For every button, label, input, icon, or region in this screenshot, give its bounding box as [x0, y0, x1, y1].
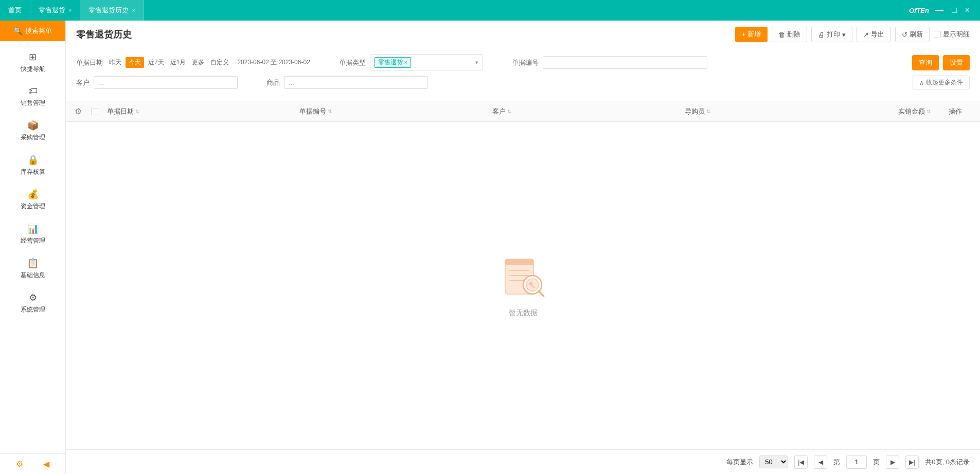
display-detail-label: 显示明细	[943, 30, 970, 39]
filter-customer-ellipsis: ...	[98, 79, 104, 86]
page-title: 零售退货历史	[76, 28, 132, 41]
filter-doctype-item: 单据类型 零售退货 × ▾	[339, 54, 483, 70]
total-info: 共0页, 0条记录	[925, 458, 970, 467]
sidebar-item-system[interactable]: ⚙ 系统管理	[0, 286, 65, 320]
svg-line-7	[539, 291, 544, 296]
next-page-btn[interactable]: ▶	[886, 455, 899, 469]
th-customer: 客户 ⇅	[488, 107, 681, 116]
top-bar: 首页 零售退货 × 零售退货历史 × OfTEn — □ ×	[0, 0, 980, 21]
sidebar-item-inventory[interactable]: 🔒 库存核算	[0, 148, 65, 183]
tab-retail-return-label: 零售退货	[39, 6, 65, 15]
th-guide: 导购员 ⇅	[681, 107, 873, 116]
sidebar-item-inventory-label: 库存核算	[21, 168, 45, 176]
sidebar-item-purchase-mgmt[interactable]: 📦 采购管理	[0, 114, 65, 148]
filter-doctype-tag-label: 零售退货	[378, 58, 403, 67]
export-button[interactable]: ↗ 导出	[857, 27, 891, 42]
display-detail-checkbox[interactable]: 显示明细	[934, 30, 970, 39]
sidebar-item-basic-info[interactable]: 📋 基础信息	[0, 251, 65, 286]
th-checkbox[interactable]	[86, 108, 103, 115]
collapse-btn-container: ∧ 收起更多条件	[913, 76, 970, 89]
first-page-btn[interactable]: |◀	[794, 455, 808, 469]
add-button[interactable]: + 新增	[735, 27, 768, 42]
date-opt-more[interactable]: 更多	[190, 57, 206, 68]
window-minimize-btn[interactable]: —	[933, 6, 946, 15]
filter-doctype-tag-close[interactable]: ×	[404, 60, 407, 65]
filter-doctype-label: 单据类型	[339, 58, 366, 67]
th-customer-sort[interactable]: ⇅	[507, 108, 511, 114]
sidebar: 🔍 搜索菜单 ⊞ 快捷导航 🏷 销售管理 📦 采购管理 🔒 库存核算 💰	[0, 21, 66, 474]
sidebar-items: ⊞ 快捷导航 🏷 销售管理 📦 采购管理 🔒 库存核算 💰 资金管理 📊	[0, 41, 65, 453]
delete-icon: 🗑	[778, 31, 785, 39]
purchase-icon: 📦	[27, 120, 39, 131]
filter-area: 单据日期 昨天 今天 近7天 近1月 更多 自定义 2023-06-02 至 2…	[76, 48, 970, 101]
th-guide-sort[interactable]: ⇅	[706, 108, 710, 114]
sidebar-item-operations[interactable]: 📊 经营管理	[0, 217, 65, 251]
sidebar-collapse-icon[interactable]: ◀	[43, 459, 49, 469]
filter-goods-item: 商品 ...	[266, 76, 428, 89]
page-unit-label: 页	[873, 458, 880, 467]
sidebar-item-quick-nav[interactable]: ⊞ 快捷导航	[0, 45, 65, 80]
th-doc-no-label: 单据编号	[299, 107, 326, 116]
filter-doctype-arrow: ▾	[475, 59, 478, 66]
filter-docno-input[interactable]	[543, 56, 707, 69]
page-title-row: 零售退货历史 + 新增 🗑 删除 🖨 打印 ▾ ↗ 导出	[76, 27, 970, 42]
refresh-icon: ↺	[902, 31, 907, 39]
th-guide-label: 导购员	[685, 107, 705, 116]
print-button[interactable]: 🖨 打印 ▾	[811, 27, 852, 42]
window-maximize-btn[interactable]: □	[950, 6, 959, 15]
th-settings[interactable]: ⚙	[70, 106, 86, 116]
sales-icon: 🏷	[28, 86, 38, 97]
prev-page-btn[interactable]: ◀	[814, 455, 827, 469]
th-customer-label: 客户	[492, 107, 506, 116]
print-dropdown-icon: ▾	[842, 31, 846, 39]
collapse-button[interactable]: ∧ 收起更多条件	[913, 76, 970, 89]
tab-retail-return-history[interactable]: 零售退货历史 ×	[80, 0, 144, 21]
page-size-select[interactable]: 50 20 100	[759, 455, 788, 468]
th-amount-sort[interactable]: ⇅	[926, 108, 931, 114]
delete-button[interactable]: 🗑 删除	[772, 27, 807, 42]
sidebar-search[interactable]: 🔍 搜索菜单	[0, 21, 65, 41]
filter-action-btns: 查询 设置	[912, 55, 970, 70]
th-amount: 实销金额 ⇅	[873, 107, 935, 116]
filter-date-options: 昨天 今天 近7天 近1月 更多 自定义	[107, 57, 231, 68]
date-opt-custom[interactable]: 自定义	[208, 57, 231, 68]
tab-list: 首页 零售退货 × 零售退货历史 ×	[0, 0, 909, 21]
tab-retail-return[interactable]: 零售退货 ×	[30, 0, 80, 21]
th-doc-no-sort[interactable]: ⇅	[328, 108, 332, 114]
th-actions-label: 操作	[949, 107, 962, 116]
finance-icon: 💰	[27, 189, 39, 200]
tab-home[interactable]: 首页	[0, 0, 30, 21]
tab-retail-return-close[interactable]: ×	[68, 7, 72, 13]
date-opt-today[interactable]: 今天	[126, 57, 144, 68]
main-layout: 🔍 搜索菜单 ⊞ 快捷导航 🏷 销售管理 📦 采购管理 🔒 库存核算 💰	[0, 21, 980, 474]
refresh-button[interactable]: ↺ 刷新	[895, 27, 930, 42]
query-button[interactable]: 查询	[912, 55, 939, 70]
th-amount-label: 实销金额	[898, 107, 925, 116]
date-opt-1month[interactable]: 近1月	[168, 57, 188, 68]
export-icon: ↗	[863, 31, 869, 39]
date-opt-7days[interactable]: 近7天	[146, 57, 166, 68]
sidebar-item-finance-label: 资金管理	[21, 202, 45, 211]
system-icon: ⚙	[29, 292, 37, 303]
filter-goods-label: 商品	[266, 78, 280, 87]
sidebar-item-finance[interactable]: 💰 资金管理	[0, 183, 65, 217]
settings-filter-button[interactable]: 设置	[943, 55, 970, 70]
window-close-btn[interactable]: ×	[963, 6, 972, 15]
filter-goods-select[interactable]: ...	[284, 76, 428, 89]
sidebar-settings-icon[interactable]: ⚙	[16, 459, 23, 469]
tab-home-label: 首页	[8, 6, 22, 15]
page-number-input[interactable]	[846, 455, 867, 469]
filter-customer-select[interactable]: ...	[94, 76, 238, 89]
refresh-label: 刷新	[910, 30, 923, 39]
date-opt-yesterday[interactable]: 昨天	[107, 57, 123, 68]
last-page-btn[interactable]: ▶|	[905, 455, 919, 469]
th-actions: 操作	[935, 107, 976, 116]
date-range-display: 2023-06-02 至 2023-06-02	[237, 58, 310, 67]
search-icon: 🔍	[13, 27, 22, 35]
filter-doctype-tag: 零售退货 ×	[375, 57, 411, 68]
th-doc-date-sort[interactable]: ⇅	[135, 108, 139, 114]
filter-doctype-select[interactable]: 零售退货 × ▾	[370, 54, 483, 70]
quick-nav-icon: ⊞	[29, 51, 37, 63]
tab-retail-return-history-close[interactable]: ×	[132, 7, 135, 13]
sidebar-item-sales-mgmt[interactable]: 🏷 销售管理	[0, 80, 65, 114]
